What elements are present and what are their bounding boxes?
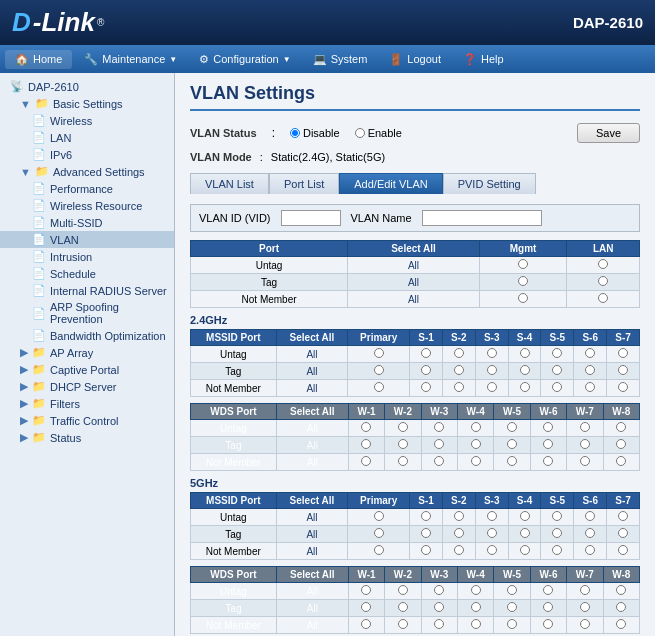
- wds5-tag-w2[interactable]: [398, 602, 408, 612]
- wds5-notmember-w4[interactable]: [471, 619, 481, 629]
- mssid24-notmember-s2[interactable]: [454, 382, 464, 392]
- wds24-tag-w5[interactable]: [507, 439, 517, 449]
- mssid24-tag-s4[interactable]: [520, 365, 530, 375]
- mssid5-untag-s1[interactable]: [421, 511, 431, 521]
- tag-lan-radio[interactable]: [598, 276, 608, 286]
- sidebar-filters[interactable]: ▶ 📁 Filters: [0, 395, 174, 412]
- mssid5-notmember-s7[interactable]: [618, 545, 628, 555]
- mssid5-notmember-primary[interactable]: [374, 545, 384, 555]
- mssid5-tag-s3[interactable]: [487, 528, 497, 538]
- mssid24-notmember-s3[interactable]: [487, 382, 497, 392]
- mssid24-untag-s4[interactable]: [520, 348, 530, 358]
- wds24-tag-w1[interactable]: [361, 439, 371, 449]
- untag-all-link[interactable]: All: [408, 260, 419, 271]
- sidebar-bandwidth-opt[interactable]: 📄 Bandwidth Optimization: [0, 327, 174, 344]
- mssid5-tag-s5[interactable]: [552, 528, 562, 538]
- nav-help[interactable]: ❓ Help: [453, 50, 514, 69]
- sidebar-multi-ssid[interactable]: 📄 Multi-SSID: [0, 214, 174, 231]
- wds5-untag-w7[interactable]: [580, 585, 590, 595]
- mssid24-notmember-s1[interactable]: [421, 382, 431, 392]
- wds5-untag-w3[interactable]: [434, 585, 444, 595]
- sidebar-device[interactable]: 📡 DAP-2610: [0, 78, 174, 95]
- wds5-notmember-w2[interactable]: [398, 619, 408, 629]
- sidebar-schedule[interactable]: 📄 Schedule: [0, 265, 174, 282]
- wds5-notmember-w3[interactable]: [434, 619, 444, 629]
- wds5-untag-w4[interactable]: [471, 585, 481, 595]
- mssid24-tag-s1[interactable]: [421, 365, 431, 375]
- mssid24-notmember-s4[interactable]: [520, 382, 530, 392]
- sidebar-intrusion[interactable]: 📄 Intrusion: [0, 248, 174, 265]
- sidebar-wireless-resource[interactable]: 📄 Wireless Resource: [0, 197, 174, 214]
- wds24-tag-all[interactable]: All: [307, 440, 318, 451]
- sidebar-ipv6[interactable]: 📄 IPv6: [0, 146, 174, 163]
- wds24-tag-w3[interactable]: [434, 439, 444, 449]
- wds24-tag-w2[interactable]: [398, 439, 408, 449]
- sidebar-internal-radius[interactable]: 📄 Internal RADIUS Server: [0, 282, 174, 299]
- tab-add-edit-vlan[interactable]: Add/Edit VLAN: [339, 173, 442, 194]
- mssid5-untag-s3[interactable]: [487, 511, 497, 521]
- sidebar-basic-settings[interactable]: ▼ 📁 Basic Settings: [0, 95, 174, 112]
- wds24-untag-w7[interactable]: [580, 422, 590, 432]
- mssid24-notmember-s6[interactable]: [585, 382, 595, 392]
- wds24-untag-w2[interactable]: [398, 422, 408, 432]
- wds24-tag-w8[interactable]: [616, 439, 626, 449]
- mssid24-tag-s7[interactable]: [618, 365, 628, 375]
- wds5-notmember-all[interactable]: All: [307, 620, 318, 631]
- untag-mgmt-radio[interactable]: [518, 259, 528, 269]
- wds5-untag-w6[interactable]: [543, 585, 553, 595]
- notmember-lan-radio[interactable]: [598, 293, 608, 303]
- mssid5-untag-primary[interactable]: [374, 511, 384, 521]
- sidebar-status[interactable]: ▶ 📁 Status: [0, 429, 174, 446]
- notmember-mgmt-radio[interactable]: [518, 293, 528, 303]
- mssid5-notmember-s2[interactable]: [454, 545, 464, 555]
- wds5-tag-w8[interactable]: [616, 602, 626, 612]
- wds24-tag-w4[interactable]: [471, 439, 481, 449]
- tab-port-list[interactable]: Port List: [269, 173, 339, 194]
- wds24-notmember-w4[interactable]: [471, 456, 481, 466]
- mssid24-notmember-s5[interactable]: [552, 382, 562, 392]
- sidebar-captive-portal[interactable]: ▶ 📁 Captive Portal: [0, 361, 174, 378]
- wds5-notmember-w7[interactable]: [580, 619, 590, 629]
- mssid5-tag-s1[interactable]: [421, 528, 431, 538]
- mssid5-tag-s7[interactable]: [618, 528, 628, 538]
- mssid5-untag-s7[interactable]: [618, 511, 628, 521]
- vlan-name-input[interactable]: [422, 210, 542, 226]
- mssid24-untag-s6[interactable]: [585, 348, 595, 358]
- wds5-notmember-w5[interactable]: [507, 619, 517, 629]
- wds24-notmember-all[interactable]: All: [307, 457, 318, 468]
- mssid24-tag-all[interactable]: All: [306, 366, 317, 377]
- mssid24-untag-s5[interactable]: [552, 348, 562, 358]
- wds24-notmember-w3[interactable]: [434, 456, 444, 466]
- wds24-untag-all[interactable]: All: [307, 423, 318, 434]
- sidebar-ap-array[interactable]: ▶ 📁 AP Array: [0, 344, 174, 361]
- mssid5-untag-all[interactable]: All: [306, 512, 317, 523]
- wds5-tag-w1[interactable]: [361, 602, 371, 612]
- sidebar-lan[interactable]: 📄 LAN: [0, 129, 174, 146]
- nav-logout[interactable]: 🚪 Logout: [379, 50, 451, 69]
- sidebar-dhcp-server[interactable]: ▶ 📁 DHCP Server: [0, 378, 174, 395]
- mssid5-tag-s4[interactable]: [520, 528, 530, 538]
- mssid24-untag-s3[interactable]: [487, 348, 497, 358]
- tab-vlan-list[interactable]: VLAN List: [190, 173, 269, 194]
- wds5-tag-w5[interactable]: [507, 602, 517, 612]
- wds24-notmember-w8[interactable]: [616, 456, 626, 466]
- mssid5-notmember-s4[interactable]: [520, 545, 530, 555]
- nav-system[interactable]: 💻 System: [303, 50, 378, 69]
- nav-configuration[interactable]: ⚙ Configuration ▼: [189, 50, 300, 69]
- nav-home[interactable]: 🏠 Home: [5, 50, 72, 69]
- enable-radio[interactable]: [355, 128, 365, 138]
- notmember-all-link[interactable]: All: [408, 294, 419, 305]
- tag-all-link[interactable]: All: [408, 277, 419, 288]
- mssid24-untag-s1[interactable]: [421, 348, 431, 358]
- wds24-untag-w5[interactable]: [507, 422, 517, 432]
- wds24-untag-w8[interactable]: [616, 422, 626, 432]
- mssid24-untag-s7[interactable]: [618, 348, 628, 358]
- mssid24-untag-all[interactable]: All: [306, 349, 317, 360]
- mssid24-tag-s6[interactable]: [585, 365, 595, 375]
- vlan-id-input[interactable]: [281, 210, 341, 226]
- mssid5-notmember-s3[interactable]: [487, 545, 497, 555]
- wds24-untag-w4[interactable]: [471, 422, 481, 432]
- wds24-notmember-w1[interactable]: [361, 456, 371, 466]
- wds24-notmember-w7[interactable]: [580, 456, 590, 466]
- wds24-tag-w7[interactable]: [580, 439, 590, 449]
